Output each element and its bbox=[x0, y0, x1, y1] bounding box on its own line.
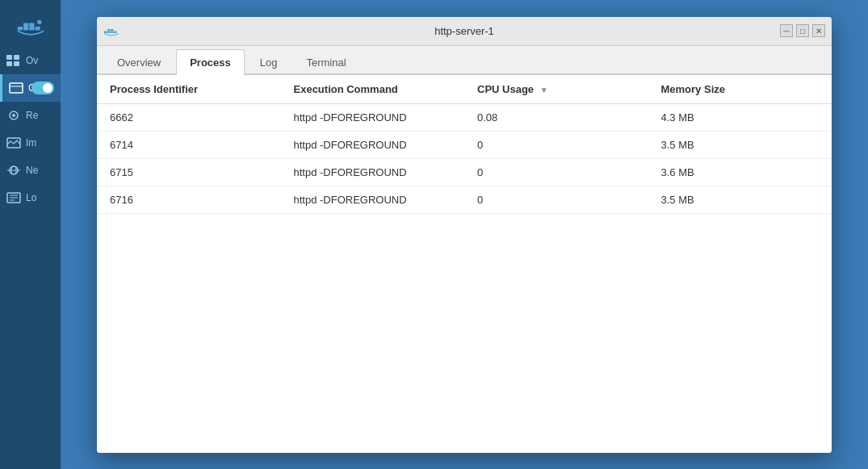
svg-rect-24 bbox=[107, 29, 111, 31]
sidebar-item-registry[interactable]: Re bbox=[0, 102, 61, 129]
registry-icon bbox=[6, 110, 21, 121]
sidebar-toggle[interactable] bbox=[31, 82, 54, 94]
svg-rect-28 bbox=[114, 31, 117, 34]
svg-point-6 bbox=[37, 20, 41, 24]
svg-rect-8 bbox=[14, 55, 19, 60]
sidebar: Ov Co Re Im Ne bbox=[0, 0, 61, 469]
cell-pid: 6715 bbox=[97, 158, 281, 186]
process-content: Process Identifier Execution Command CPU… bbox=[97, 75, 832, 453]
tab-overview[interactable]: Overview bbox=[103, 49, 174, 75]
svg-rect-25 bbox=[107, 31, 111, 34]
cell-mem: 4.3 MB bbox=[648, 103, 832, 131]
svg-rect-7 bbox=[6, 55, 12, 60]
container-icon bbox=[9, 82, 23, 94]
table-row: 6716 httpd -DFOREGROUND 0 3.5 MB bbox=[97, 186, 832, 213]
cell-cmd: httpd -DFOREGROUND bbox=[281, 158, 465, 186]
dialog-title: http-server-1 bbox=[434, 25, 494, 37]
table-row: 6714 httpd -DFOREGROUND 0 3.5 MB bbox=[97, 131, 832, 158]
sidebar-item-logs[interactable]: Lo bbox=[0, 184, 61, 211]
cell-cmd: httpd -DFOREGROUND bbox=[281, 131, 465, 158]
cell-cmd: httpd -DFOREGROUND bbox=[281, 186, 465, 213]
dialog-docker-icon bbox=[103, 24, 120, 37]
main-background: http-server-1 ─ □ ✕ Overview Process Log… bbox=[61, 0, 868, 469]
cell-cpu: 0 bbox=[464, 131, 648, 158]
svg-rect-3 bbox=[29, 23, 34, 27]
sidebar-item-network[interactable]: Ne bbox=[0, 157, 61, 184]
svg-rect-9 bbox=[6, 61, 12, 66]
svg-rect-5 bbox=[35, 27, 40, 31]
toggle-dot bbox=[43, 83, 52, 93]
svg-point-14 bbox=[12, 114, 15, 117]
column-header-mem[interactable]: Memory Size bbox=[648, 75, 832, 104]
cell-pid: 6714 bbox=[97, 131, 281, 158]
table-header: Process Identifier Execution Command CPU… bbox=[97, 75, 832, 104]
cell-pid: 6662 bbox=[97, 103, 281, 131]
image-icon bbox=[6, 137, 21, 149]
sidebar-logo bbox=[0, 8, 61, 47]
sidebar-item-registry-label: Re bbox=[26, 110, 38, 121]
sidebar-item-overview-label: Ov bbox=[26, 55, 38, 66]
sidebar-item-images-label: Im bbox=[26, 137, 36, 149]
cell-mem: 3.5 MB bbox=[648, 186, 832, 213]
svg-rect-2 bbox=[23, 27, 28, 31]
tab-terminal[interactable]: Terminal bbox=[292, 49, 359, 75]
cell-mem: 3.5 MB bbox=[648, 131, 832, 158]
tab-process[interactable]: Process bbox=[176, 49, 245, 75]
sort-arrow-icon: ▼ bbox=[540, 86, 548, 94]
table-body: 6662 httpd -DFOREGROUND 0.08 4.3 MB 6714… bbox=[97, 103, 832, 213]
cell-pid: 6716 bbox=[97, 186, 281, 213]
cell-cmd: httpd -DFOREGROUND bbox=[281, 103, 465, 131]
sidebar-item-containers[interactable]: Co bbox=[0, 74, 61, 102]
sidebar-item-network-label: Ne bbox=[26, 165, 38, 176]
title-bar: http-server-1 ─ □ ✕ bbox=[97, 17, 832, 46]
cell-cpu: 0.08 bbox=[464, 103, 648, 131]
svg-rect-23 bbox=[104, 31, 107, 34]
cell-cpu: 0 bbox=[464, 186, 648, 213]
table-row: 6715 httpd -DFOREGROUND 0 3.6 MB bbox=[97, 158, 832, 186]
cell-mem: 3.6 MB bbox=[648, 158, 832, 186]
maximize-button[interactable]: □ bbox=[796, 24, 809, 37]
log-icon bbox=[6, 192, 21, 203]
sidebar-item-images[interactable]: Im bbox=[0, 129, 61, 157]
column-header-pid[interactable]: Process Identifier bbox=[97, 75, 281, 104]
svg-rect-11 bbox=[10, 83, 23, 93]
close-button[interactable]: ✕ bbox=[812, 24, 825, 37]
column-header-cpu[interactable]: CPU Usage ▼ bbox=[464, 75, 648, 104]
sidebar-item-overview[interactable]: Ov bbox=[0, 47, 61, 74]
grid-icon bbox=[6, 55, 21, 66]
tab-bar: Overview Process Log Terminal bbox=[97, 46, 832, 75]
svg-rect-4 bbox=[29, 27, 34, 31]
title-bar-controls: ─ □ ✕ bbox=[780, 24, 825, 37]
column-header-cmd[interactable]: Execution Command bbox=[281, 75, 465, 104]
process-table: Process Identifier Execution Command CPU… bbox=[97, 75, 832, 214]
svg-rect-1 bbox=[23, 23, 28, 27]
svg-rect-0 bbox=[17, 27, 22, 31]
cell-cpu: 0 bbox=[464, 158, 648, 186]
tab-log[interactable]: Log bbox=[246, 49, 291, 75]
svg-rect-27 bbox=[111, 31, 114, 34]
sidebar-item-logs-label: Lo bbox=[26, 192, 36, 203]
minimize-button[interactable]: ─ bbox=[780, 24, 793, 37]
network-icon bbox=[6, 165, 21, 176]
svg-rect-10 bbox=[14, 61, 19, 66]
table-row: 6662 httpd -DFOREGROUND 0.08 4.3 MB bbox=[97, 103, 832, 131]
title-bar-left bbox=[103, 24, 120, 37]
dialog-window: http-server-1 ─ □ ✕ Overview Process Log… bbox=[97, 17, 832, 453]
svg-rect-26 bbox=[111, 29, 114, 31]
